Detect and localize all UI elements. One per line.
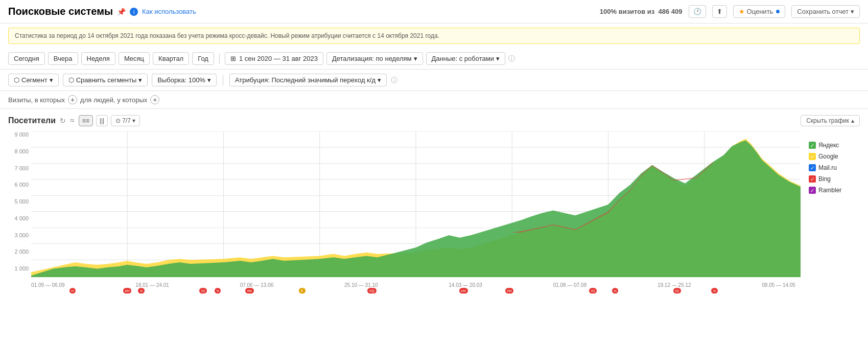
legend-item-google[interactable]: ✓ Google — [809, 153, 860, 160]
period-week[interactable]: Неделя — [81, 52, 115, 65]
y-label-4000: 4 000 — [14, 215, 29, 221]
event-marker-2[interactable]: нн — [123, 288, 132, 294]
event-marker-6[interactable]: нн — [245, 288, 254, 294]
hide-chart-button[interactable]: Скрыть график ▴ — [801, 115, 860, 126]
y-label-8000: 8 000 — [14, 148, 29, 154]
attribution-label: Атрибуция: Последний значимый переход к/… — [235, 76, 376, 84]
chart-header: Посетители ↻ ≈ ≡≡ ||| ⊙ 7/7 ▾ Скрыть гра… — [8, 115, 860, 126]
event-marker-8[interactable]: н)) — [367, 288, 377, 294]
event-marker-9[interactable]: нн — [459, 288, 468, 294]
visits-info: 100% визитов из 486 409 — [600, 8, 683, 15]
chart-legend: ✓ Яндекс ✓ Google ✓ Mail.ru ✓ Bing ✓ Ram… — [809, 131, 860, 295]
hide-chart-label: Скрыть график — [806, 117, 849, 124]
chevron-down-icon: ▾ — [851, 8, 854, 15]
bar-chart-button[interactable]: ||| — [96, 115, 108, 126]
segment-button[interactable]: ⬡ Сегмент ▾ — [8, 74, 59, 86]
x-label-1: 01.09 — 06.09 — [31, 282, 65, 288]
alert-text: Статистика за период до 14 октября 2021 … — [15, 32, 439, 39]
event-marker-4[interactable]: н) — [199, 288, 207, 294]
x-label-3: 07.06 — 13.06 — [240, 282, 274, 288]
visits-prefix: 100% визитов из — [600, 8, 655, 15]
legend-checkbox-yandex[interactable]: ✓ — [809, 142, 816, 149]
header: Поисковые системы 📌 i Как использовать 1… — [0, 0, 868, 24]
event-marker-14[interactable]: н — [711, 288, 717, 294]
legend-item-bing[interactable]: ✓ Bing — [809, 175, 860, 183]
x-label-7: 19.12 — 25.12 — [658, 282, 691, 288]
event-marker-11[interactable]: н) — [589, 288, 597, 294]
event-marker-12[interactable]: н — [612, 288, 618, 294]
visits-label: Визиты, в которых — [8, 96, 65, 104]
compare-button[interactable]: ⬡ Сравнить сегменты ▾ — [63, 74, 148, 86]
toolbar-row: Сегодня Вчера Неделя Месяц Квартал Год ⊞… — [0, 48, 868, 70]
layers-icon: ⊙ — [115, 117, 121, 124]
legend-label-google: Google — [818, 153, 838, 160]
chart-title: Посетители — [8, 116, 56, 125]
attribution-info-icon: ⓘ — [391, 76, 397, 85]
chart-controls: ≡≡ ||| ⊙ 7/7 ▾ — [79, 115, 140, 126]
tilde-icon[interactable]: ≈ — [70, 116, 75, 125]
chart-area: 9 000 8 000 7 000 6 000 5 000 4 000 3 00… — [8, 131, 860, 295]
event-marker-1[interactable]: н — [69, 288, 76, 294]
period-year[interactable]: Год — [192, 52, 214, 65]
period-quarter[interactable]: Квартал — [153, 52, 189, 65]
event-marker-7[interactable]: Е — [299, 288, 306, 294]
data-dropdown[interactable]: Данные: с роботами ▾ — [426, 52, 505, 65]
rate-label: Оценить — [747, 8, 773, 15]
event-marker-13[interactable]: н) — [673, 288, 681, 294]
legend-item-rambler[interactable]: ✓ Rambler — [809, 187, 860, 194]
legend-checkbox-google[interactable]: ✓ — [809, 153, 816, 160]
legend-checkbox-rambler[interactable]: ✓ — [809, 187, 816, 194]
y-axis-labels: 9 000 8 000 7 000 6 000 5 000 4 000 3 00… — [8, 131, 31, 282]
legend-item-yandex[interactable]: ✓ Яндекс — [809, 142, 860, 149]
period-month[interactable]: Месяц — [119, 52, 150, 65]
save-button[interactable]: Сохранить отчет ▾ — [791, 5, 860, 18]
detail-label: Детализация: по неделям — [332, 55, 412, 62]
stacked-chart-button[interactable]: ≡≡ — [79, 115, 93, 126]
chart-container: 9 000 8 000 7 000 6 000 5 000 4 000 3 00… — [8, 131, 801, 295]
pin-icon: 📌 — [117, 8, 126, 16]
date-range-button[interactable]: ⊞ 1 сен 2020 — 31 авг 2023 — [225, 52, 323, 65]
chevron-down-icon-compare: ▾ — [138, 76, 142, 84]
sample-button[interactable]: Выборка: 100% ▾ — [152, 74, 217, 86]
x-label-4: 25.10 — 31.10 — [344, 282, 378, 288]
chevron-down-icon-layers: ▾ — [132, 117, 135, 124]
rate-button[interactable]: ★ Оценить — [733, 5, 786, 18]
date-range-label: 1 сен 2020 — 31 авг 2023 — [239, 55, 318, 62]
y-label-6000: 6 000 — [14, 182, 29, 188]
segment-row: ⬡ Сегмент ▾ ⬡ Сравнить сегменты ▾ Выборк… — [0, 70, 868, 91]
how-to-link[interactable]: Как использовать — [142, 8, 196, 15]
dot-indicator — [776, 10, 780, 13]
refresh-icon[interactable]: ↻ — [60, 117, 66, 125]
legend-item-mailru[interactable]: ✓ Mail.ru — [809, 164, 860, 171]
segment-label: Сегмент — [21, 76, 48, 84]
attribution-button[interactable]: Атрибуция: Последний значимый переход к/… — [229, 74, 387, 86]
event-marker-5[interactable]: н — [215, 288, 221, 294]
segment-icon: ⬡ — [14, 76, 19, 84]
chevron-down-icon-segment: ▾ — [50, 76, 53, 84]
add-people-filter-button[interactable]: + — [150, 95, 159, 104]
clock-button[interactable]: 🕐 — [689, 5, 706, 18]
legend-checkbox-mailru[interactable]: ✓ — [809, 164, 816, 171]
page-title: Поисковые системы — [8, 6, 113, 17]
y-label-2000: 2 000 — [14, 249, 29, 255]
event-marker-3[interactable]: н — [138, 288, 144, 294]
export-button[interactable]: ⬆ — [712, 5, 727, 18]
chart-svg — [31, 131, 801, 277]
data-label: Данные: с роботами — [432, 55, 494, 62]
period-today[interactable]: Сегодня — [8, 52, 45, 65]
divider-1 — [219, 54, 220, 64]
chevron-up-icon: ▴ — [851, 117, 854, 124]
x-label-5: 14.03 — 20.03 — [449, 282, 482, 288]
legend-label-mailru: Mail.ru — [818, 164, 837, 171]
layers-button[interactable]: ⊙ 7/7 ▾ — [111, 115, 140, 126]
event-markers-row: н нн н н) н нн Е н)) нн нн н) н н) н — [31, 288, 795, 295]
save-label: Сохранить отчет — [797, 8, 849, 15]
legend-checkbox-bing[interactable]: ✓ — [809, 175, 816, 183]
detail-dropdown[interactable]: Детализация: по неделям ▾ — [326, 52, 423, 65]
y-label-7000: 7 000 — [14, 165, 29, 171]
add-visit-filter-button[interactable]: + — [68, 95, 77, 104]
event-marker-10[interactable]: нн — [505, 288, 514, 294]
y-label-3000: 3 000 — [14, 232, 29, 238]
sample-label: Выборка: 100% — [157, 76, 205, 84]
period-yesterday[interactable]: Вчера — [48, 52, 78, 65]
